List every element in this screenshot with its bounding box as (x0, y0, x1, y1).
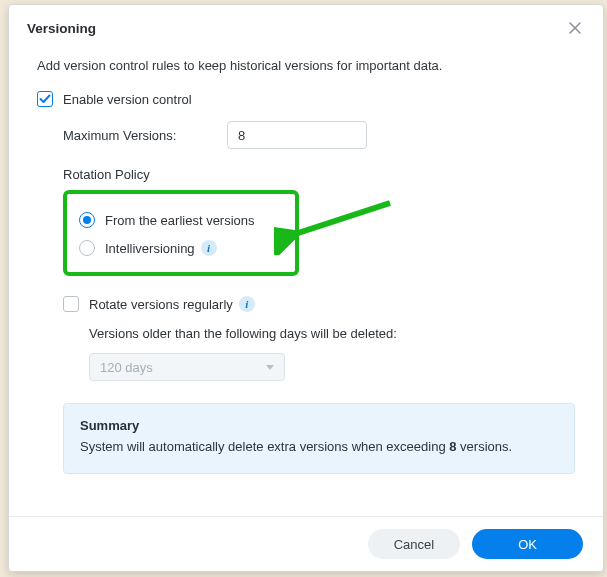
radio-row-intelli: Intelliversioning i (79, 236, 283, 260)
rotation-policy-group: From the earliest versions Intelliversio… (63, 190, 299, 276)
summary-prefix: System will automatically delete extra v… (80, 439, 449, 454)
chevron-down-icon (266, 365, 274, 370)
rotate-regularly-label: Rotate versions regularly (89, 297, 233, 312)
radio-row-earliest: From the earliest versions (79, 208, 283, 232)
radio-intelli[interactable] (79, 240, 95, 256)
enable-label: Enable version control (63, 92, 192, 107)
cancel-button[interactable]: Cancel (368, 529, 460, 559)
radio-earliest-label: From the earliest versions (105, 213, 255, 228)
dialog-title: Versioning (27, 21, 96, 36)
rotate-regularly-row: Rotate versions regularly i (63, 296, 575, 312)
ok-button[interactable]: OK (472, 529, 583, 559)
max-versions-row: Maximum Versions: (63, 121, 575, 149)
summary-title: Summary (80, 418, 558, 433)
dialog-footer: Cancel OK (9, 516, 603, 571)
older-than-label: Versions older than the following days w… (89, 326, 575, 341)
close-button[interactable] (565, 18, 585, 38)
info-icon[interactable]: i (239, 296, 255, 312)
summary-box: Summary System will automatically delete… (63, 403, 575, 474)
summary-suffix: versions. (456, 439, 512, 454)
close-icon (569, 22, 581, 34)
days-select-value: 120 days (100, 360, 153, 375)
summary-text: System will automatically delete extra v… (80, 437, 558, 457)
max-versions-input[interactable] (227, 121, 367, 149)
check-icon (39, 93, 51, 105)
enable-checkbox[interactable] (37, 91, 53, 107)
description-text: Add version control rules to keep histor… (37, 58, 575, 73)
max-versions-label: Maximum Versions: (63, 128, 227, 143)
rotation-policy-label: Rotation Policy (63, 167, 575, 182)
settings-indent: Maximum Versions: Rotation Policy From t… (37, 121, 575, 474)
rotate-regularly-checkbox[interactable] (63, 296, 79, 312)
info-icon[interactable]: i (201, 240, 217, 256)
radio-earliest[interactable] (79, 212, 95, 228)
dialog-content: Add version control rules to keep histor… (9, 48, 603, 516)
versioning-dialog: Versioning Add version control rules to … (8, 4, 604, 572)
days-select: 120 days (89, 353, 285, 381)
titlebar: Versioning (9, 5, 603, 48)
radio-intelli-label: Intelliversioning (105, 241, 195, 256)
enable-row: Enable version control (37, 91, 575, 107)
rotate-sub-indent: Versions older than the following days w… (63, 326, 575, 381)
